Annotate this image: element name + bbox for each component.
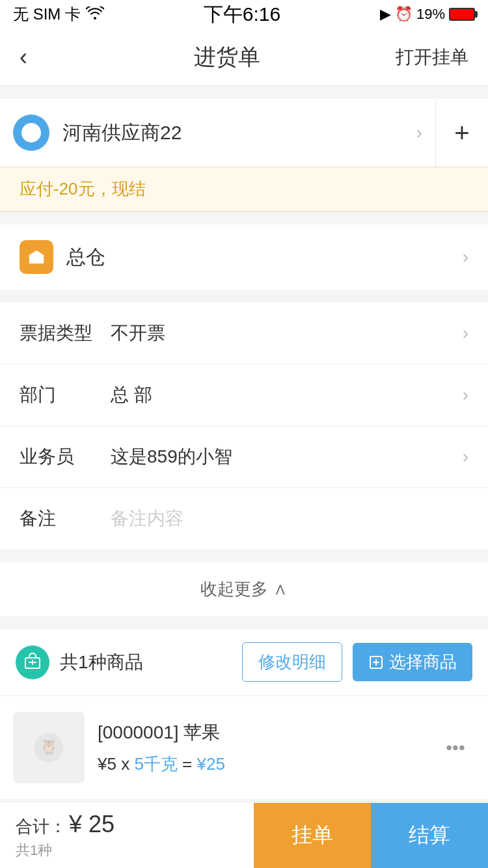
remark-row[interactable]: 备注 备注内容 <box>0 488 488 549</box>
product-name: [0000001] 苹果 <box>98 720 436 745</box>
product-code: [0000001] <box>98 722 183 742</box>
ticket-type-label: 票据类型 <box>20 321 98 346</box>
warehouse-section[interactable]: 总仓 › <box>0 224 488 290</box>
staff-label: 业务员 <box>20 444 98 469</box>
supplier-avatar <box>13 115 49 151</box>
product-equals: = <box>182 754 197 774</box>
form-section: 票据类型 不开票 › 部门 总 部 › 业务员 这是859的小智 › 备注 备注… <box>0 303 488 549</box>
supplier-notice: 应付-20元，现结 <box>0 167 488 211</box>
status-bar: 无 SIM 卡 下午6:16 ▶ ⏰ 19% <box>0 0 488 29</box>
warehouse-chevron-icon: › <box>463 247 468 267</box>
remark-label: 备注 <box>20 506 98 531</box>
wifi-icon <box>86 5 104 23</box>
bottom-total: 合计： ¥ 25 共1种 <box>0 803 254 868</box>
ticket-type-value: 不开票 <box>98 321 456 346</box>
settle-button[interactable]: 结算 <box>371 803 488 868</box>
back-button[interactable]: ‹ <box>20 44 59 71</box>
product-thumbnail: 🦉 <box>13 712 85 783</box>
product-unit-price: ¥5 x <box>98 754 134 774</box>
product-price: ¥5 x 5千克 = ¥25 <box>98 753 436 776</box>
dept-row[interactable]: 部门 总 部 › <box>0 364 488 426</box>
hang-button[interactable]: 挂单 <box>254 803 371 868</box>
total-row: 合计： ¥ 25 <box>16 811 115 838</box>
dept-label: 部门 <box>20 383 98 407</box>
warehouse-name: 总仓 <box>66 244 456 271</box>
warehouse-icon <box>20 240 53 274</box>
supplier-name: 河南供应商22 <box>62 120 410 146</box>
products-count: 共1种商品 <box>60 650 232 675</box>
modify-detail-button[interactable]: 修改明细 <box>242 642 342 682</box>
battery-percent: 19% <box>416 6 445 23</box>
product-qty: 5千克 <box>134 754 177 774</box>
dept-chevron-icon: › <box>463 385 468 405</box>
battery-icon <box>449 8 475 21</box>
page-title: 进货单 <box>194 42 260 72</box>
ticket-chevron-icon: › <box>463 323 468 344</box>
select-product-label: 选择商品 <box>389 651 457 673</box>
location-icon: ▶ <box>380 6 391 23</box>
remark-input[interactable]: 备注内容 <box>98 506 468 531</box>
product-more-button[interactable]: ••• <box>436 737 475 758</box>
product-title: 苹果 <box>183 722 220 742</box>
ticket-type-row[interactable]: 票据类型 不开票 › <box>0 303 488 364</box>
total-sub: 共1种 <box>16 841 115 860</box>
product-total: ¥25 <box>197 754 225 774</box>
collapse-label: 收起更多 ∧ <box>200 578 287 601</box>
bottom-bar: 合计： ¥ 25 共1种 挂单 结算 <box>0 803 488 868</box>
status-right: ▶ ⏰ 19% <box>380 6 475 23</box>
products-icon <box>16 645 49 679</box>
total-inner: 合计： ¥ 25 共1种 <box>16 811 115 860</box>
supplier-add-button[interactable]: + <box>436 99 488 167</box>
add-icon: + <box>454 118 469 148</box>
status-time: 下午6:16 <box>204 1 280 28</box>
open-pending-button[interactable]: 打开挂单 <box>396 45 468 70</box>
status-left: 无 SIM 卡 <box>13 4 104 25</box>
nav-bar: ‹ 进货单 打开挂单 <box>0 29 488 86</box>
product-item: 🦉 [0000001] 苹果 ¥5 x 5千克 = ¥25 ••• <box>0 696 488 799</box>
supplier-chevron-icon: › <box>416 122 422 143</box>
dept-value: 总 部 <box>98 383 456 407</box>
total-label: 合计： <box>16 815 66 838</box>
total-amount: ¥ 25 <box>69 811 115 838</box>
supplier-select[interactable]: 河南供应商22 › <box>0 99 436 167</box>
collapse-bar[interactable]: 收起更多 ∧ <box>0 562 488 616</box>
avatar-inner <box>21 123 41 142</box>
staff-value: 这是859的小智 <box>98 444 456 469</box>
carrier-text: 无 SIM 卡 <box>13 4 81 25</box>
products-header: 共1种商品 修改明细 选择商品 <box>0 629 488 695</box>
staff-row[interactable]: 业务员 这是859的小智 › <box>0 426 488 488</box>
staff-chevron-icon: › <box>463 446 468 467</box>
alarm-icon: ⏰ <box>395 6 413 23</box>
supplier-section: 河南供应商22 › + <box>0 99 488 167</box>
select-product-button[interactable]: 选择商品 <box>353 643 472 681</box>
product-info: [0000001] 苹果 ¥5 x 5千克 = ¥25 <box>98 720 436 776</box>
svg-text:🦉: 🦉 <box>40 739 58 755</box>
gap-1 <box>0 86 488 99</box>
